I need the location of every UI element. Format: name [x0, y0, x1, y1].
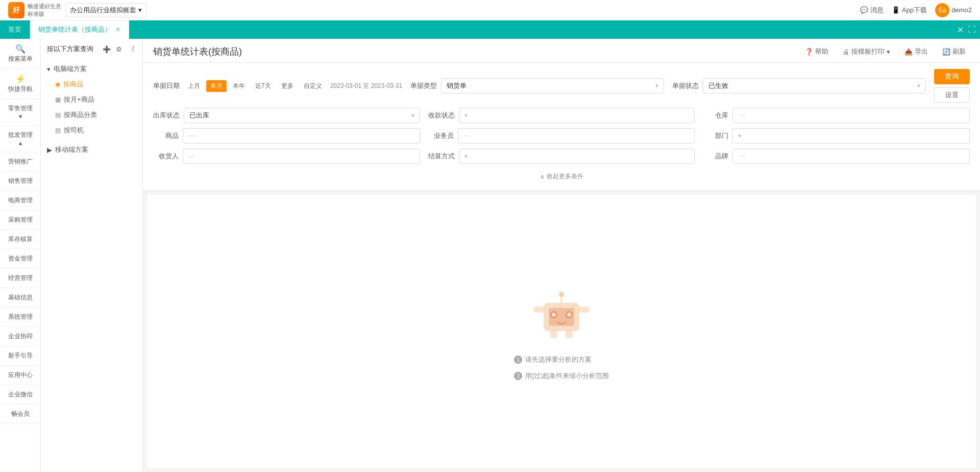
staff-input[interactable]: ···	[458, 128, 695, 144]
message-btn[interactable]: 💬 消息	[860, 6, 884, 15]
shortcut-icon: ⚡	[15, 74, 26, 84]
main-panel: 销货单统计表(按商品) ❓ 帮助 🖨 按模板打印 ▾ 📤 导出	[143, 39, 980, 472]
sidebar-item-appcenter[interactable]: 应用中心	[0, 366, 40, 385]
dots-icon-3: ···	[463, 131, 470, 140]
grid-icon: ▦	[55, 96, 61, 103]
print-btn[interactable]: 🖨 按模板打印 ▾	[839, 45, 894, 58]
settings-scheme-btn[interactable]: ⚙	[114, 44, 124, 54]
brand-label: 品牌	[703, 152, 728, 161]
sidebar-item-newbie[interactable]: 新手引导	[0, 346, 40, 366]
add-scheme-btn[interactable]: ➕	[102, 44, 112, 54]
query-button[interactable]: 查询	[934, 69, 970, 84]
content-area: 按以下方案查询 ➕ ⚙ 《 ▾ 电脑端方案 ◉ 按商品 ▦ 按月+	[41, 39, 980, 472]
chevron-icon: ▾	[19, 113, 22, 120]
date-btn-last-month[interactable]: 上月	[184, 80, 204, 92]
filter-warehouse: 仓库 ···	[703, 108, 970, 123]
sidebar-item-finance[interactable]: 资金管理	[0, 249, 40, 269]
user-area[interactable]: Ea demo2	[935, 3, 972, 17]
collapse-scheme-btn[interactable]: 《	[126, 44, 136, 54]
action-btn-group: 查询 设置	[934, 69, 970, 103]
collapse-icon: ∧	[540, 173, 545, 180]
receiver-input[interactable]: ···	[183, 149, 420, 164]
sidebar-item-shortcut[interactable]: ⚡ 快捷导航	[0, 69, 40, 99]
sidebar-item-operations[interactable]: 经营管理	[0, 269, 40, 288]
date-btn-more[interactable]: 更多	[277, 80, 298, 92]
empty-step-1: 1 请先选择要分析的方案	[514, 353, 608, 366]
brand-input[interactable]: ···	[732, 149, 970, 164]
filter-brand: 品牌 ···	[703, 149, 970, 164]
help-icon: ❓	[805, 48, 813, 56]
chevron-up-icon: ▴	[19, 139, 22, 147]
warehouse-input[interactable]: ···	[732, 108, 970, 123]
filter-receiver: 收货人 ···	[153, 149, 420, 164]
app-selector[interactable]: 办公用品行业模拟账套 ▾	[65, 3, 146, 17]
scheme-item-by-month-goods[interactable]: ▦ 按月+商品	[41, 92, 142, 107]
filter-doc-type: 单据类型 销货单 ▾	[410, 78, 664, 93]
receiver-label: 收货人	[153, 152, 179, 161]
out-status-input[interactable]: 已出库 ▾	[184, 108, 420, 123]
goods-input[interactable]: ···	[183, 128, 420, 144]
refresh-icon: 🔄	[942, 48, 950, 56]
logo-area: 好 畅捷通好生意 标准版	[8, 2, 61, 18]
radio-active-icon: ◉	[55, 81, 60, 88]
sidebar-item-purchase[interactable]: 采购管理	[0, 210, 40, 230]
date-label: 单据日期	[153, 81, 180, 90]
sidebar-item-search[interactable]: 🔍 搜索菜单	[0, 39, 40, 69]
scheme-group-mobile[interactable]: ▶ 移动端方案	[41, 142, 142, 157]
app-download-btn[interactable]: 📱 App下载	[892, 6, 927, 15]
collapse-row[interactable]: ∧ 收起更多条件	[153, 169, 970, 184]
empty-step-2: 2 用[过滤]条件来缩小分析范围	[514, 369, 608, 383]
filter-doc-status: 单据状态 已生效 ▾	[672, 78, 926, 93]
sidebar-item-inventory[interactable]: 库存核算	[0, 230, 40, 249]
date-btn-this-month[interactable]: 本月	[206, 80, 227, 92]
pay-status-input[interactable]: ▾	[459, 108, 695, 123]
tab-close-all-icon[interactable]: ✕	[957, 25, 964, 35]
tab-maximize-icon[interactable]: ⛶	[968, 25, 976, 34]
tab-home[interactable]: 首页	[0, 20, 30, 39]
top-bar-right: 💬 消息 📱 App下载 Ea demo2	[860, 3, 972, 17]
avatar: Ea	[935, 3, 949, 17]
tab-close-icon[interactable]: ✕	[115, 26, 120, 33]
scheme-item-by-cashier[interactable]: ▤ 按司机	[41, 123, 142, 138]
sidebar-item-member[interactable]: 畅会员	[0, 405, 40, 424]
refresh-btn[interactable]: 🔄 刷新	[938, 45, 970, 58]
dropdown-icon: ▾	[655, 82, 658, 89]
sidebar-item-corpwechat[interactable]: 企业微信	[0, 385, 40, 405]
dots-icon: ···	[738, 111, 745, 120]
sidebar-item-ecom[interactable]: 电商管理	[0, 191, 40, 210]
payment-input[interactable]: ▾	[459, 149, 695, 164]
expand-mobile-icon: ▶	[47, 146, 52, 154]
sidebar-item-retail[interactable]: 零售管理 ▾	[0, 99, 40, 126]
main-layout: 🔍 搜索菜单 ⚡ 快捷导航 零售管理 ▾ 批发管理 ▴ 营销推广 销售管理 电商…	[0, 39, 980, 472]
scheme-panel: 按以下方案查询 ➕ ⚙ 《 ▾ 电脑端方案 ◉ 按商品 ▦ 按月+	[41, 39, 143, 472]
scheme-section-mobile: ▶ 移动端方案	[41, 140, 142, 159]
svg-rect-10	[550, 330, 557, 338]
filter-row-4: 收货人 ··· 结算方式 ▾ 品牌 ···	[153, 149, 970, 164]
sidebar-item-wholesale[interactable]: 批发管理 ▴	[0, 126, 40, 152]
scheme-item-by-goods-category[interactable]: ▤ 按商品分类	[41, 107, 142, 123]
tab-report[interactable]: 销货单统计表（按商品） ✕	[30, 20, 129, 39]
date-btn-custom[interactable]: 自定义	[300, 80, 326, 92]
sidebar-item-enterprise[interactable]: 企业协同	[0, 327, 40, 346]
goods-label: 商品	[153, 131, 179, 140]
settings-button[interactable]: 设置	[934, 87, 970, 103]
message-icon: 💬	[860, 6, 868, 14]
sidebar-item-marketing[interactable]: 营销推广	[0, 152, 40, 172]
doc-status-input[interactable]: 已生效 ▾	[703, 78, 926, 93]
page-header: 销货单统计表(按商品) ❓ 帮助 🖨 按模板打印 ▾ 📤 导出	[143, 39, 980, 63]
help-btn[interactable]: ❓ 帮助	[801, 45, 832, 58]
date-btn-7days[interactable]: 近7天	[251, 80, 275, 92]
pay-status-label: 收款状态	[428, 111, 455, 120]
sidebar-item-system[interactable]: 系统管理	[0, 308, 40, 327]
scheme-group-pc[interactable]: ▾ 电脑端方案	[41, 61, 142, 77]
sidebar-item-sales[interactable]: 销售管理	[0, 172, 40, 191]
top-bar: 好 畅捷通好生意 标准版 办公用品行业模拟账套 ▾ 💬 消息 📱 App下载 E…	[0, 0, 980, 20]
export-btn[interactable]: 📤 导出	[900, 45, 932, 58]
sidebar-item-basic[interactable]: 基础信息	[0, 288, 40, 308]
scheme-item-by-goods[interactable]: ◉ 按商品	[41, 77, 142, 92]
dept-input[interactable]: ▾	[732, 128, 970, 144]
svg-point-5	[567, 313, 571, 317]
date-btn-this-year[interactable]: 本年	[229, 80, 249, 92]
doc-type-input[interactable]: 销货单 ▾	[441, 78, 664, 93]
filter-row-3: 商品 ··· 业务员 ··· 部门 ▾	[153, 128, 970, 144]
